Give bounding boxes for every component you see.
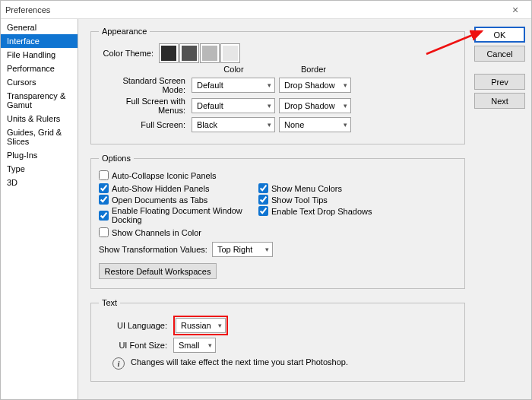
- header-border: Border: [277, 65, 350, 74]
- full-border-select[interactable]: None▾: [279, 117, 351, 132]
- show-tooltips-check[interactable]: Show Tool Tips: [258, 195, 372, 205]
- chevron-down-icon: ▾: [342, 121, 349, 129]
- color-theme-label: Color Theme:: [99, 49, 160, 58]
- preferences-window: Preferences × GeneralInterfaceFile Handl…: [0, 0, 532, 400]
- sidebar-item-performance[interactable]: Performance: [1, 62, 78, 75]
- theme-swatch-medium-dark[interactable]: [180, 44, 198, 62]
- theme-swatch-dark[interactable]: [160, 44, 178, 62]
- chevron-down-icon: ▾: [342, 102, 349, 110]
- full-menus-label: Full Screen with Menus:: [99, 97, 192, 115]
- window-title: Preferences: [5, 5, 50, 14]
- sidebar-item-plug-ins[interactable]: Plug-Ins: [1, 148, 78, 162]
- sidebar-item-type[interactable]: Type: [1, 162, 78, 176]
- restore-workspaces-button[interactable]: Restore Default Workspaces: [99, 263, 217, 279]
- ok-button[interactable]: OK: [474, 27, 525, 43]
- theme-swatch-light[interactable]: [221, 44, 239, 62]
- sidebar-item-3d[interactable]: 3D: [1, 176, 78, 189]
- chevron-down-icon: ▾: [207, 341, 214, 349]
- chevron-down-icon: ▾: [264, 246, 271, 253]
- standard-color-select[interactable]: Default▾: [192, 78, 275, 93]
- enable-shadows-check[interactable]: Enable Text Drop Shadows: [258, 206, 372, 216]
- options-group: Options Auto-Collapse Iconic Panels Auto…: [90, 154, 465, 289]
- sidebar-item-general[interactable]: General: [1, 21, 78, 34]
- dialog-buttons: OK Cancel Prev Next: [474, 19, 531, 399]
- info-icon: i: [112, 357, 125, 370]
- open-tabs-check[interactable]: Open Documents as Tabs: [99, 195, 258, 205]
- theme-swatch-medium-light[interactable]: [201, 44, 219, 62]
- full-color-select[interactable]: Black▾: [192, 117, 275, 132]
- chevron-down-icon: ▾: [342, 81, 349, 89]
- titlebar: Preferences ×: [1, 1, 531, 19]
- ui-font-size-label: UI Font Size:: [99, 341, 173, 350]
- category-sidebar: GeneralInterfaceFile HandlingPerformance…: [1, 19, 78, 399]
- full-menus-border-select[interactable]: Drop Shadow▾: [279, 98, 351, 113]
- standard-mode-label: Standard Screen Mode:: [99, 76, 192, 94]
- cancel-button[interactable]: Cancel: [474, 46, 525, 62]
- ui-language-label: UI Language:: [99, 321, 173, 330]
- sidebar-item-transparency-gamut[interactable]: Transparency & Gamut: [1, 89, 78, 112]
- window-body: GeneralInterfaceFile HandlingPerformance…: [1, 19, 531, 399]
- close-icon[interactable]: ×: [504, 4, 527, 16]
- standard-border-select[interactable]: Drop Shadow▾: [279, 78, 351, 93]
- auto-collapse-check[interactable]: Auto-Collapse Iconic Panels: [99, 170, 457, 180]
- transform-label: Show Transformation Values:: [99, 245, 212, 254]
- chevron-down-icon: ▾: [266, 121, 273, 129]
- show-channels-check[interactable]: Show Channels in Color: [99, 227, 457, 237]
- ui-language-select[interactable]: Russian▾: [176, 318, 226, 333]
- options-legend: Options: [99, 154, 134, 163]
- chevron-down-icon: ▾: [217, 322, 223, 329]
- text-group: Text UI Language: Russian▾ UI Font Size:…: [90, 298, 465, 382]
- sidebar-item-cursors[interactable]: Cursors: [1, 75, 78, 89]
- restart-note: Changes will take effect the next time y…: [131, 357, 348, 367]
- main-panel: Appearance Color Theme: Color Border Sta…: [78, 19, 474, 399]
- appearance-legend: Appearance: [99, 27, 150, 36]
- appearance-group: Appearance Color Theme: Color Border Sta…: [90, 27, 465, 144]
- sidebar-item-guides-grid-slices[interactable]: Guides, Grid & Slices: [1, 125, 78, 148]
- next-button[interactable]: Next: [474, 93, 525, 109]
- full-menus-color-select[interactable]: Default▾: [192, 98, 275, 113]
- sidebar-item-interface[interactable]: Interface: [1, 34, 78, 48]
- sidebar-item-units-rulers[interactable]: Units & Rulers: [1, 112, 78, 125]
- text-legend: Text: [99, 298, 120, 307]
- ui-font-size-select[interactable]: Small▾: [173, 338, 216, 353]
- header-color: Color: [190, 65, 277, 74]
- sidebar-item-file-handling[interactable]: File Handling: [1, 48, 78, 62]
- full-screen-label: Full Screen:: [99, 120, 192, 129]
- highlight-language: Russian▾: [173, 316, 228, 335]
- enable-docking-check[interactable]: Enable Floating Document Window Docking: [99, 206, 258, 224]
- transform-select[interactable]: Top Right▾: [212, 242, 273, 257]
- prev-button[interactable]: Prev: [474, 74, 525, 90]
- chevron-down-icon: ▾: [266, 81, 273, 89]
- show-menu-colors-check[interactable]: Show Menu Colors: [258, 183, 372, 193]
- chevron-down-icon: ▾: [266, 102, 273, 110]
- auto-show-check[interactable]: Auto-Show Hidden Panels: [99, 183, 258, 193]
